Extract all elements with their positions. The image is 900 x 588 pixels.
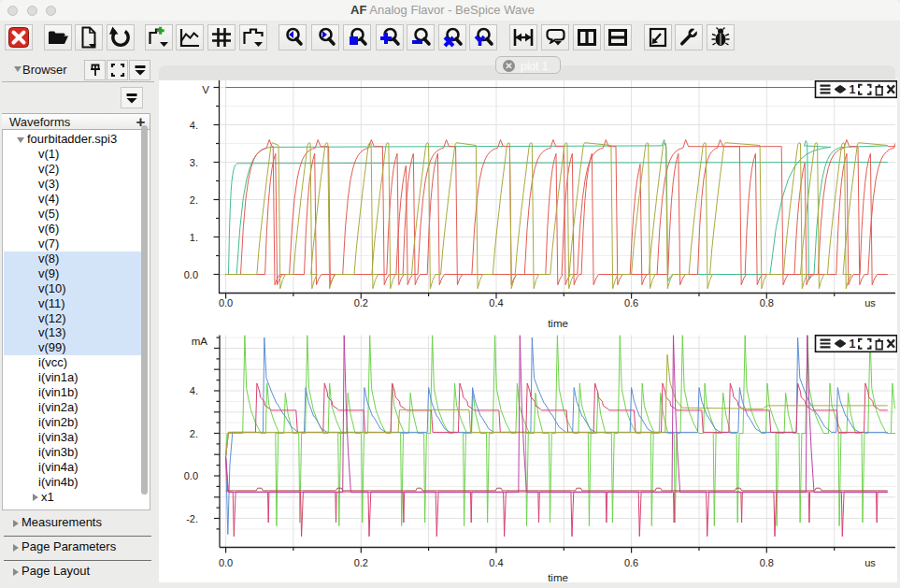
svg-text:0.0: 0.0 [219, 297, 233, 308]
svg-text:0.0: 0.0 [184, 470, 198, 481]
svg-text:0.4: 0.4 [489, 297, 503, 308]
svg-text:0.0: 0.0 [184, 269, 198, 280]
svg-text:4.: 4. [190, 385, 198, 396]
svg-text:0.2: 0.2 [354, 297, 368, 308]
svg-text:2.: 2. [190, 428, 198, 439]
svg-text:V: V [202, 84, 209, 95]
svg-text:2.: 2. [190, 194, 198, 206]
svg-text:-2.: -2. [186, 513, 198, 524]
svg-text:1.: 1. [190, 232, 198, 243]
svg-text:time: time [548, 572, 568, 582]
svg-text:0.6: 0.6 [624, 557, 638, 568]
svg-text:mA: mA [192, 336, 208, 347]
svg-text:us: us [864, 297, 876, 308]
svg-text:0.0: 0.0 [219, 557, 233, 568]
svg-text:0.8: 0.8 [760, 557, 774, 568]
svg-text:0.4: 0.4 [489, 557, 503, 568]
svg-text:1: 1 [850, 83, 856, 96]
svg-text:0.8: 0.8 [760, 297, 774, 308]
svg-text:4.: 4. [190, 120, 198, 131]
svg-text:0.6: 0.6 [624, 297, 638, 308]
svg-text:time: time [548, 318, 568, 329]
svg-text:0.2: 0.2 [354, 557, 368, 568]
svg-text:us: us [864, 557, 876, 568]
svg-text:3.: 3. [190, 157, 198, 168]
svg-text:1: 1 [850, 337, 856, 351]
